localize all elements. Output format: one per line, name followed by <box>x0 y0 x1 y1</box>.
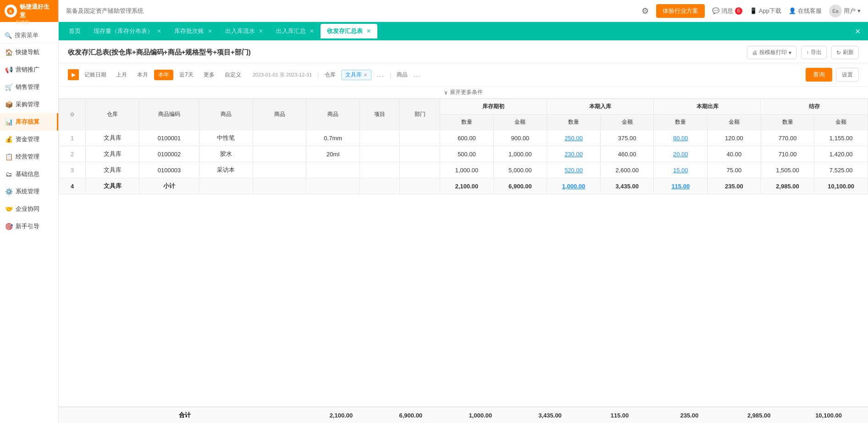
row-goods1-2: 胶水 <box>199 146 253 162</box>
sidebar-item-quick-nav[interactable]: 🏠 快捷导航 <box>0 44 58 61</box>
row-open-qty-3: 1,000.00 <box>440 162 493 178</box>
subtotal-goods2 <box>199 178 253 194</box>
expand-btn[interactable]: ∨ 展开更多条件 <box>444 88 483 96</box>
row-goods2-1 <box>253 130 306 146</box>
footer-values: 2,100.00 6,900.00 1,000.00 3,435.00 115.… <box>306 412 863 419</box>
query-btn[interactable]: 查询 <box>806 68 832 82</box>
row-open-amt-3: 5,000.00 <box>493 162 547 178</box>
tab-close-inout-flow[interactable]: ✕ <box>259 28 263 34</box>
row-in-qty-2[interactable]: 230.00 <box>547 146 601 162</box>
row-close-amt-3: 7,525.00 <box>814 162 868 178</box>
user-menu[interactable]: Ea 用户 ▾ <box>829 5 861 17</box>
subtotal-in-qty[interactable]: 1,000.00 <box>547 178 601 194</box>
tab-stock-dist[interactable]: 现存量（库存分布表） ✕ <box>87 24 168 38</box>
tab-recv-send-summary[interactable]: 收发存汇总表 ✕ <box>321 24 377 38</box>
arrow-icon: ▶ <box>72 71 76 78</box>
page-title: 收发存汇总表(按仓库+商品编码+商品+规格型号+项目+部门) <box>68 48 251 57</box>
subtotal-goods4 <box>306 178 360 194</box>
tab-batch[interactable]: 库存批次账 ✕ <box>168 24 219 38</box>
tab-inout-summary[interactable]: 出入库汇总 ✕ <box>270 24 321 38</box>
row-goods1-1: 中性笔 <box>199 130 253 146</box>
subtotal-out-amt: 235.00 <box>708 178 761 194</box>
subtotal-index: 4 <box>59 178 86 194</box>
export-btn[interactable]: ↑ 导出 <box>801 46 827 59</box>
sidebar-item-system[interactable]: ⚙️ 系统管理 <box>0 183 58 200</box>
row-goods1-3: 采访本 <box>199 162 253 178</box>
row-close-qty-3: 1,505.00 <box>761 162 814 178</box>
sidebar-logo: 6 畅捷通好生意 <box>0 0 58 22</box>
row-out-qty-2[interactable]: 20.00 <box>654 146 708 162</box>
total-in-qty: 1,000.00 <box>446 412 515 419</box>
sidebar-item-enterprise[interactable]: 🤝 企业协同 <box>0 200 58 218</box>
date-btn-last-month[interactable]: 上月 <box>112 70 131 80</box>
total-in-amt: 3,435.00 <box>515 412 585 419</box>
online-service-btn[interactable]: 👤 在线客服 <box>789 7 822 15</box>
row-in-qty-3[interactable]: 520.00 <box>547 162 601 178</box>
setting-btn[interactable]: 设置 <box>836 68 859 82</box>
refresh-btn[interactable]: ↻ 刷新 <box>831 46 859 59</box>
tab-bar-close-btn[interactable]: ✕ <box>851 27 864 36</box>
settings-icon[interactable]: ⚙ <box>641 6 649 16</box>
row-index-3: 3 <box>59 162 86 178</box>
sidebar-item-inventory[interactable]: 📊 库存核算 <box>0 113 58 131</box>
row-open-amt-2: 1,000.00 <box>493 146 547 162</box>
sidebar-item-marketing[interactable]: 📢 营销推广 <box>0 61 58 78</box>
col-header-in-amt: 金额 <box>600 115 654 130</box>
user-avatar: Ea <box>829 5 842 17</box>
message-icon: 💬 <box>712 7 719 14</box>
sidebar-item-finance[interactable]: 💰 资金管理 <box>0 131 58 148</box>
col-header-gear: ⚙ <box>59 99 86 130</box>
tab-home[interactable]: 首页 <box>62 24 87 38</box>
row-dept-2 <box>400 146 440 162</box>
row-out-qty-3[interactable]: 15.00 <box>654 162 708 178</box>
goods-more-btn[interactable]: ... <box>413 71 420 79</box>
sidebar-item-guide[interactable]: 🎯 新手引导 <box>0 218 58 235</box>
row-code-3: 0100003 <box>139 162 199 178</box>
row-in-qty-1[interactable]: 250.00 <box>547 130 601 146</box>
subtotal-in-amt: 3,435.00 <box>600 178 654 194</box>
search-menu-item[interactable]: 🔍 搜索菜单 <box>0 27 58 44</box>
system-title: 装备及固定资产辅助管理系统 <box>66 7 634 15</box>
warehouse-more-btn[interactable]: ... <box>377 71 384 79</box>
sidebar-item-sales[interactable]: 🛒 销售管理 <box>0 78 58 96</box>
warehouse-tag-close[interactable]: ✕ <box>364 72 367 77</box>
date-btn-more[interactable]: 更多 <box>199 70 219 80</box>
page-header: 收发存汇总表(按仓库+商品编码+商品+规格型号+项目+部门) 🖨 按模板打印 ▾… <box>59 40 868 63</box>
date-btn-custom[interactable]: 自定义 <box>221 70 245 80</box>
trial-btn[interactable]: 体验行业方案 <box>656 4 705 18</box>
tab-close-stock-dist[interactable]: ✕ <box>157 28 161 34</box>
sidebar-item-purchase[interactable]: 📦 采购管理 <box>0 96 58 113</box>
row-goods3-2: 20ml <box>306 146 360 162</box>
warehouse-tag[interactable]: 文具库 ✕ <box>341 70 371 80</box>
template-print-btn[interactable]: 🖨 按模板打印 ▾ <box>747 46 796 59</box>
total-out-qty: 115.00 <box>585 412 655 419</box>
date-btn-7days[interactable]: 近7天 <box>175 70 198 80</box>
row-open-qty-2: 500.00 <box>440 146 493 162</box>
filter-toggle-btn[interactable]: ▶ <box>68 69 79 80</box>
subtotal-warehouse: 文具库 <box>86 178 139 194</box>
col-header-close-amt: 金额 <box>814 115 868 130</box>
subtotal-out-qty[interactable]: 115.00 <box>654 178 708 194</box>
divider2: | <box>390 71 391 78</box>
tab-close-recv-send[interactable]: ✕ <box>366 28 371 34</box>
app-download-btn[interactable]: 📱 App下载 <box>750 7 781 15</box>
search-icon: 🔍 <box>5 32 12 39</box>
row-in-amt-2: 460.00 <box>600 146 654 162</box>
row-in-amt-3: 2,600.00 <box>600 162 654 178</box>
messages-btn[interactable]: 💬 消息 6 <box>712 7 742 15</box>
col-header-in-qty: 数量 <box>547 115 601 130</box>
row-code-1: 0100001 <box>139 130 199 146</box>
filter-action-btns: 查询 设置 <box>806 68 859 82</box>
table-settings-icon[interactable]: ⚙ <box>70 111 75 118</box>
tab-close-batch[interactable]: ✕ <box>208 28 212 34</box>
date-btn-this-year[interactable]: 本年 <box>154 70 173 80</box>
row-out-qty-1[interactable]: 80.00 <box>654 130 708 146</box>
svg-text:6: 6 <box>10 9 12 14</box>
subtotal-project <box>360 178 400 194</box>
sidebar-item-operation[interactable]: 📋 经营管理 <box>0 148 58 165</box>
tab-close-inout-summary[interactable]: ✕ <box>310 28 314 34</box>
sidebar-item-basic[interactable]: 🗂 基础信息 <box>0 165 58 183</box>
subtotal-goods3 <box>253 178 306 194</box>
date-btn-this-month[interactable]: 本月 <box>133 70 152 80</box>
tab-inout-flow[interactable]: 出入库流水 ✕ <box>219 24 270 38</box>
